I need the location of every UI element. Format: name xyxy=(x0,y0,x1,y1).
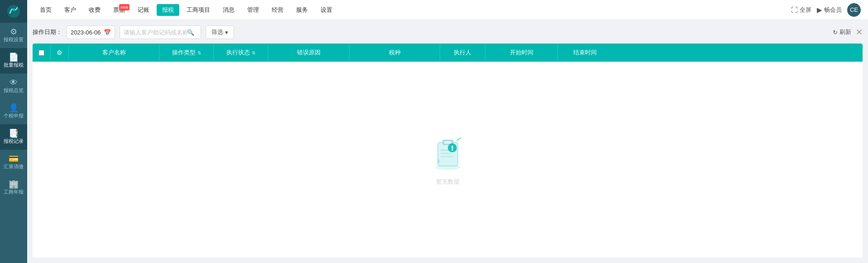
th-error-reason: 错误原因 xyxy=(268,45,350,60)
svg-point-11 xyxy=(451,149,453,151)
nav-item-jingying[interactable]: 经营 xyxy=(266,4,289,16)
svg-rect-10 xyxy=(451,146,453,149)
th-start-time: 开始时间 xyxy=(485,45,558,60)
sidebar-logo xyxy=(0,0,27,23)
topnav-right: ⛶ 全屏 ▶ 畅会员 CE xyxy=(791,3,861,17)
refresh-icon: ↻ xyxy=(833,29,838,36)
close-button[interactable]: ✕ xyxy=(856,28,863,36)
sidebar-item-baoshui-jilu[interactable]: 📑 报税记录 xyxy=(0,124,27,150)
main-container: 首页 客户 收费 票据 new 记账 报税 工商项目 消息 管理 经营 服务 设… xyxy=(27,0,868,263)
baoshui-shezhi-icon: ⚙ xyxy=(10,28,17,36)
svg-rect-8 xyxy=(441,156,453,157)
sidebar-item-baoshui-zonglan[interactable]: 👁 报税总览 xyxy=(0,73,27,99)
date-value: 2023-06-06 xyxy=(71,29,101,36)
select-all-checkbox[interactable] xyxy=(38,50,44,56)
empty-state: 暂无数据 xyxy=(430,133,466,186)
fullscreen-icon: ⛶ xyxy=(791,6,798,14)
svg-rect-7 xyxy=(441,153,451,154)
fullscreen-label: 全屏 xyxy=(800,6,811,14)
avatar[interactable]: CE xyxy=(847,3,861,17)
filter-label: 筛选 xyxy=(211,28,223,36)
sort-icon-exec-status: ⇅ xyxy=(252,50,255,55)
search-box: 🔍 xyxy=(120,25,201,39)
table-container: ⚙ 客户名称 操作类型 ⇅ 执行状态 ⇅ 错误原因 税种 xyxy=(33,44,863,258)
sidebar-item-baoshui-jilu-label: 报税记录 xyxy=(4,138,24,144)
svg-point-13 xyxy=(437,160,440,164)
th-client-name: 客户名称 xyxy=(69,45,159,60)
nav-item-fuwu[interactable]: 服务 xyxy=(291,4,313,16)
table-header: ⚙ 客户名称 操作类型 ⇅ 执行状态 ⇅ 错误原因 税种 xyxy=(33,44,863,62)
sidebar-item-geshui-shenbao-label: 个税申报 xyxy=(4,113,24,119)
refresh-label: 刷新 xyxy=(839,28,851,36)
sidebar-item-huisuan-jiaona[interactable]: 💳 汇算清缴 xyxy=(0,150,27,175)
topnav-items: 首页 客户 收费 票据 new 记账 报税 工商项目 消息 管理 经营 服务 设… xyxy=(34,4,791,16)
baoshui-jilu-icon: 📑 xyxy=(9,129,19,137)
vip-icon: ▶ xyxy=(817,6,822,14)
nav-item-guanli[interactable]: 管理 xyxy=(242,4,264,16)
sidebar: ⚙ 报税设置 📄 批量报税 👁 报税总览 👤 个税申报 📑 报税记录 💳 汇算清… xyxy=(0,0,27,263)
svg-point-1 xyxy=(12,8,15,11)
svg-rect-5 xyxy=(444,141,451,144)
date-picker[interactable]: 2023-06-06 📅 xyxy=(67,25,115,39)
th-tax-type: 税种 xyxy=(350,45,440,60)
nav-item-shezhi[interactable]: 设置 xyxy=(315,4,338,16)
date-label: 操作日期： xyxy=(33,28,62,36)
sidebar-item-geshui-shenbao[interactable]: 👤 个税申报 xyxy=(0,99,27,124)
sidebar-item-gongshang-nianbao[interactable]: 🏢 工商年报 xyxy=(0,175,27,200)
sidebar-item-baoshui-shezhi[interactable]: ⚙ 报税设置 xyxy=(0,23,27,48)
th-end-time: 结束时间 xyxy=(558,45,612,60)
sidebar-item-huisuan-jiaona-label: 汇算清缴 xyxy=(4,164,24,170)
fullscreen-button[interactable]: ⛶ 全屏 xyxy=(791,6,811,14)
nav-item-gongshang[interactable]: 工商项目 xyxy=(181,4,216,16)
nav-item-piaoju[interactable]: 票据 new xyxy=(108,4,130,16)
piliang-baoshui-icon: 📄 xyxy=(9,53,19,61)
geshui-shenbao-icon: 👤 xyxy=(9,104,19,112)
nav-item-home[interactable]: 首页 xyxy=(34,4,57,16)
sidebar-item-piliang-baoshui[interactable]: 📄 批量报税 xyxy=(0,48,27,73)
th-operation-type[interactable]: 操作类型 ⇅ xyxy=(159,45,214,60)
th-checkbox[interactable] xyxy=(33,46,51,59)
content-area: 操作日期： 2023-06-06 📅 🔍 筛选 ▾ ↻ 刷新 ✕ xyxy=(27,20,868,263)
nav-item-shoufei[interactable]: 收费 xyxy=(83,4,106,16)
toolbar: 操作日期： 2023-06-06 📅 🔍 筛选 ▾ ↻ 刷新 ✕ xyxy=(33,25,863,39)
filter-button[interactable]: 筛选 ▾ xyxy=(206,25,234,39)
svg-line-12 xyxy=(457,138,460,141)
sidebar-item-baoshui-zonglan-label: 报税总览 xyxy=(4,88,24,93)
svg-point-0 xyxy=(7,5,20,18)
topnav: 首页 客户 收费 票据 new 记账 报税 工商项目 消息 管理 经营 服务 设… xyxy=(27,0,868,20)
gongshang-nianbao-icon: 🏢 xyxy=(9,180,19,188)
settings-icon: ⚙ xyxy=(57,49,62,56)
refresh-button[interactable]: ↻ 刷新 xyxy=(833,28,851,36)
th-executor: 执行人 xyxy=(440,45,485,60)
sidebar-item-gongshang-nianbao-label: 工商年报 xyxy=(4,189,24,195)
huisuan-jiaona-icon: 💳 xyxy=(9,155,19,163)
calendar-icon: 📅 xyxy=(104,29,111,36)
piaoju-badge: new xyxy=(119,4,129,10)
nav-item-xiaoxi[interactable]: 消息 xyxy=(217,4,240,16)
sidebar-item-baoshui-shezhi-label: 报税设置 xyxy=(4,37,24,43)
th-exec-status[interactable]: 执行状态 ⇅ xyxy=(214,45,268,60)
empty-illustration xyxy=(430,133,466,174)
nav-item-baoshui[interactable]: 报税 xyxy=(157,4,179,16)
sidebar-item-piliang-baoshui-label: 批量报税 xyxy=(4,62,24,68)
search-icon: 🔍 xyxy=(187,29,194,36)
vip-label: 畅会员 xyxy=(824,6,842,14)
search-input[interactable] xyxy=(124,29,187,36)
table-body: 暂无数据 xyxy=(33,62,863,258)
empty-text: 暂无数据 xyxy=(436,178,460,186)
nav-item-customer[interactable]: 客户 xyxy=(59,4,82,16)
nav-item-jizhang[interactable]: 记账 xyxy=(132,4,155,16)
sort-icon-operation-type: ⇅ xyxy=(197,50,201,55)
th-settings: ⚙ xyxy=(51,45,69,60)
baoshui-zonglan-icon: 👁 xyxy=(10,78,18,87)
vip-button[interactable]: ▶ 畅会员 xyxy=(817,6,842,14)
chevron-down-icon: ▾ xyxy=(225,29,228,36)
